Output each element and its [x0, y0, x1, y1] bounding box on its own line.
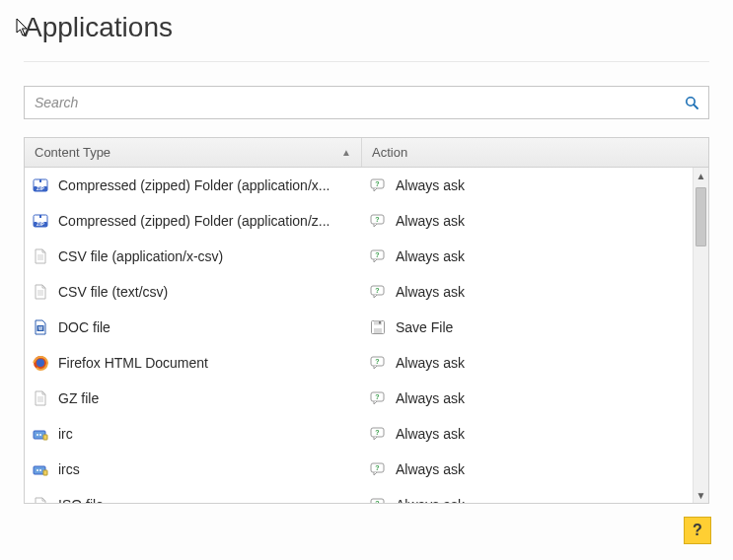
- table-body: Compressed (zipped) Folder (application/…: [25, 168, 693, 503]
- action-label: Always ask: [396, 461, 465, 477]
- cell-action[interactable]: Always ask: [362, 390, 693, 406]
- action-label: Save File: [396, 319, 453, 335]
- action-label: Always ask: [396, 390, 465, 406]
- content-type-label: CSV file (text/csv): [58, 284, 168, 300]
- file-icon: [33, 497, 48, 503]
- cell-content-type: irc: [25, 426, 362, 442]
- scrollbar-thumb[interactable]: [696, 187, 706, 246]
- cell-content-type: DOC file: [25, 319, 362, 335]
- scrollbar-track[interactable]: [694, 183, 708, 487]
- table-row[interactable]: ircAlways ask: [25, 416, 693, 452]
- action-label: Always ask: [396, 177, 465, 193]
- firefox-icon: [33, 355, 48, 371]
- cell-content-type: Firefox HTML Document: [25, 355, 362, 371]
- ask-icon: [370, 426, 386, 442]
- cell-content-type: CSV file (application/x-csv): [25, 248, 362, 264]
- table-row[interactable]: ircsAlways ask: [25, 452, 693, 487]
- cell-action[interactable]: Always ask: [362, 284, 693, 300]
- column-header-action[interactable]: Action: [362, 138, 708, 167]
- content-type-label: ircs: [58, 461, 80, 477]
- file-icon: [33, 390, 48, 406]
- doc-icon: [33, 319, 48, 335]
- cell-action[interactable]: Always ask: [362, 213, 693, 229]
- title-divider: [24, 61, 709, 62]
- table-row[interactable]: ISO fileAlways ask: [25, 487, 693, 503]
- cell-action[interactable]: Always ask: [362, 177, 693, 193]
- ask-icon: [370, 390, 386, 406]
- cell-content-type: Compressed (zipped) Folder (application/…: [25, 213, 362, 229]
- cell-action[interactable]: Always ask: [362, 248, 693, 264]
- irc-icon: [33, 426, 48, 442]
- help-button[interactable]: ?: [684, 517, 711, 544]
- ask-icon: [370, 213, 386, 229]
- cell-content-type: ISO file: [25, 497, 362, 503]
- content-type-label: Compressed (zipped) Folder (application/…: [58, 177, 330, 193]
- content-type-label: Firefox HTML Document: [58, 355, 208, 371]
- ask-icon: [370, 355, 386, 371]
- svg-line-1: [694, 105, 697, 108]
- action-label: Always ask: [396, 426, 465, 442]
- cell-action[interactable]: Always ask: [362, 426, 693, 442]
- sort-ascending-icon: ▲: [341, 147, 351, 158]
- cell-content-type: Compressed (zipped) Folder (application/…: [25, 177, 362, 193]
- content-type-label: DOC file: [58, 319, 110, 335]
- scroll-up-button[interactable]: ▲: [694, 168, 708, 183]
- ask-icon: [370, 248, 386, 264]
- column-header-label: Action: [372, 145, 407, 160]
- ask-icon: [370, 497, 386, 503]
- column-header-content-type[interactable]: Content Type ▲: [25, 138, 362, 167]
- cell-action[interactable]: Always ask: [362, 497, 693, 503]
- content-type-label: Compressed (zipped) Folder (application/…: [58, 213, 330, 229]
- irc-icon: [33, 461, 48, 477]
- action-label: Always ask: [396, 213, 465, 229]
- search-icon[interactable]: [685, 96, 698, 109]
- zip-icon: [33, 177, 48, 193]
- content-type-label: ISO file: [58, 497, 104, 503]
- cell-action[interactable]: Save File: [362, 319, 693, 335]
- cell-content-type: ircs: [25, 461, 362, 477]
- action-label: Always ask: [396, 248, 465, 264]
- table-row[interactable]: Compressed (zipped) Folder (application/…: [25, 203, 693, 239]
- table-header: Content Type ▲ Action: [25, 138, 708, 168]
- content-type-label: GZ file: [58, 390, 99, 406]
- file-icon: [33, 284, 48, 300]
- search-input[interactable]: [35, 95, 685, 110]
- ask-icon: [370, 177, 386, 193]
- action-label: Always ask: [396, 355, 465, 371]
- table-row[interactable]: GZ fileAlways ask: [25, 381, 693, 416]
- cell-content-type: GZ file: [25, 390, 362, 406]
- table-row[interactable]: Firefox HTML DocumentAlways ask: [25, 345, 693, 381]
- file-icon: [33, 248, 48, 264]
- action-label: Always ask: [396, 284, 465, 300]
- cell-content-type: CSV file (text/csv): [25, 284, 362, 300]
- scroll-down-button[interactable]: ▼: [694, 487, 708, 503]
- column-header-label: Content Type: [35, 145, 110, 160]
- zip-icon: [33, 213, 48, 229]
- ask-icon: [370, 461, 386, 477]
- applications-table: Content Type ▲ Action Compressed (zipped…: [24, 137, 709, 504]
- cell-action[interactable]: Always ask: [362, 355, 693, 371]
- table-row[interactable]: DOC fileSave File: [25, 310, 693, 345]
- content-type-label: irc: [58, 426, 73, 442]
- content-type-label: CSV file (application/x-csv): [58, 248, 223, 264]
- table-row[interactable]: Compressed (zipped) Folder (application/…: [25, 168, 693, 203]
- search-box[interactable]: [24, 86, 709, 119]
- action-label: Always ask: [396, 497, 465, 503]
- page-title: Applications: [24, 12, 709, 43]
- table-row[interactable]: CSV file (application/x-csv)Always ask: [25, 239, 693, 274]
- table-row[interactable]: CSV file (text/csv)Always ask: [25, 274, 693, 310]
- ask-icon: [370, 284, 386, 300]
- vertical-scrollbar[interactable]: ▲ ▼: [693, 168, 708, 503]
- cell-action[interactable]: Always ask: [362, 461, 693, 477]
- save-icon: [370, 319, 386, 335]
